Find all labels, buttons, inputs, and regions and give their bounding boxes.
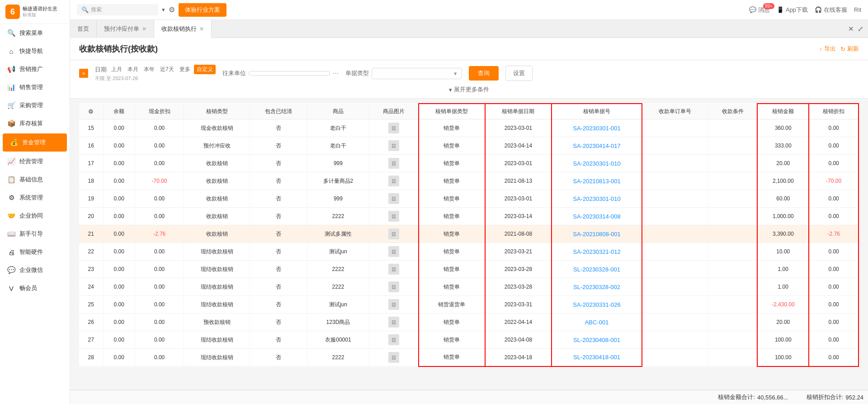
message-btn[interactable]: 💬 消息 99+ [749,6,770,14]
cell-r7-c9[interactable]: SA-20230321-012 [552,243,642,261]
cell-r11-c9[interactable]: ABC-001 [552,314,642,331]
table-area: ⚙余额现金折扣核销类型包含已结清商品商品图片核销单据类型核销单据日期核销单据号收… [70,99,868,390]
date-opt-this-year[interactable]: 本年 [142,65,156,74]
sidebar-item-operation[interactable]: 📈 经营管理 [0,152,70,171]
cell-r9-c9[interactable]: SL-20230328-002 [552,278,642,296]
topbar-dropdown[interactable]: ▾ [162,6,165,13]
expand-conditions-btn[interactable]: ▾ 展开更多条件 [449,86,489,94]
date-opt-7days[interactable]: 近7天 [158,65,176,74]
table-row: 260.000.00预收款核销否123D商品🖼销货单2022-04-14ABC-… [79,314,859,331]
industry-btn[interactable]: 体验行业方案 [179,3,226,17]
cell-r8-c6: 🖼 [369,261,419,278]
cell-r5-c9[interactable]: SA-20230314-008 [552,208,642,225]
sidebar-item-quick-nav[interactable]: ⌂ 快捷导航 [0,42,70,60]
doc-no-link[interactable]: SA-20230301-010 [573,160,621,167]
cell-r12-c9[interactable]: SL-20230408-001 [552,331,642,349]
cell-r8-c13: 0.00 [809,261,859,278]
doc-no-link[interactable]: ABC-001 [585,319,609,326]
cell-r4-c9[interactable]: SA-20230301-010 [552,190,642,208]
doc-no-link[interactable]: SL-20230418-001 [573,354,620,361]
doc-no-link[interactable]: SA-20230331-026 [573,301,621,308]
doc-no-link[interactable]: SA-20230301-010 [573,195,621,202]
doc-no-link[interactable]: SL-20230328-001 [573,266,620,273]
footer-discount: 核销折扣合计: 952.24 [807,393,863,401]
sidebar-item-capital[interactable]: 💰 资金管理 [3,133,67,152]
sidebar-item-basic-info[interactable]: 📋 基础信息 [0,171,70,189]
date-opt-last-month[interactable]: 上月 [109,65,124,74]
close-tab-icon[interactable]: ✕ [848,25,854,33]
doc-no-link[interactable]: SL-20230328-002 [573,284,620,290]
cell-r3-c9[interactable]: SA-20210813-001 [552,172,642,190]
col-header-2: 现金折扣 [135,104,184,119]
doc-no-link[interactable]: SL-20230408-001 [573,337,620,343]
user-label[interactable]: Rit [854,6,861,13]
app-download-btn[interactable]: 📱 App下载 [777,6,808,14]
doc-no-link[interactable]: SA-20230414-017 [573,143,621,149]
main-table: ⚙余额现金折扣核销类型包含已结清商品商品图片核销单据类型核销单据日期核销单据号收… [79,103,859,367]
tab-close-collection[interactable]: ✕ [199,26,204,32]
sidebar-item-smart-hw[interactable]: 🖨 智能硬件 [0,243,70,261]
setting-btn[interactable]: 设置 [505,66,533,81]
cell-r10-c2: 0.00 [135,296,184,314]
cell-r2-c4: 否 [250,155,307,172]
sidebar-icon-wechat: 💬 [7,266,16,275]
cell-r2-c6: 🖼 [369,155,419,172]
doc-type-select[interactable]: ▾ [372,68,462,79]
sidebar-item-purchase[interactable]: 🛒 采购管理 [0,96,70,114]
date-opt-custom[interactable]: 自定义 [194,65,216,74]
cell-r6-c2: -2.76 [135,225,184,243]
cell-r12-c1: 0.00 [103,331,135,349]
col-header-11: 收款条件 [708,104,757,119]
tab-collection[interactable]: 收款核销执行✕ [154,20,212,38]
doc-no-link[interactable]: SA-20210813-001 [573,178,621,185]
col-header-4: 包含已结清 [250,104,307,119]
cell-r6-c9[interactable]: SA-20210808-001 [552,225,642,243]
sidebar-item-member[interactable]: V 畅会员 [0,279,70,297]
date-opt-more[interactable]: 更多 [178,65,192,74]
cell-r13-c4: 否 [250,349,307,366]
cell-r3-c11 [708,172,757,190]
cell-r4-c8: 2023-03-01 [485,190,552,208]
tab-label-collection: 收款核销执行 [161,25,197,33]
cell-r8-c11 [708,261,757,278]
expand-tab-icon[interactable]: ⤢ [858,25,863,33]
cell-r10-c9[interactable]: SA-20230331-026 [552,296,642,314]
sidebar-item-system[interactable]: ⚙ 系统管理 [0,189,70,207]
sidebar-item-wechat[interactable]: 💬 企业微信 [0,261,70,279]
cell-r0-c9[interactable]: SA-20230301-001 [552,119,642,137]
tab-prepay[interactable]: 预付冲应付单✕ [97,20,154,38]
sidebar-item-search[interactable]: 🔍 搜索菜单 [0,24,70,42]
tab-close-prepay[interactable]: ✕ [142,26,146,32]
filter-expand-arrow[interactable]: » [79,69,88,78]
cell-r7-c3: 现结收款核销 [184,243,250,261]
table-row: 230.000.00现结收款核销否2222🖼销货单2023-03-28SL-20… [79,261,859,278]
cell-r9-c7: 销货单 [419,278,485,296]
cell-r13-c9[interactable]: SL-20230418-001 [552,349,642,366]
gear-icon[interactable]: ⚙ [169,5,175,14]
settings-icon[interactable]: ⚙ [88,108,94,115]
partner-more-icon[interactable]: ··· [333,69,339,77]
date-opt-this-month[interactable]: 本月 [126,65,140,74]
doc-no-link[interactable]: SA-20230321-012 [573,248,621,255]
service-btn[interactable]: 🎧 在线客服 [815,6,847,14]
col-header-10: 收款单订单号 [642,104,708,119]
doc-no-link[interactable]: SA-20230314-008 [573,213,621,220]
cell-r1-c9[interactable]: SA-20230414-017 [552,137,642,155]
doc-no-link[interactable]: SA-20210808-001 [573,231,621,238]
sidebar-item-inventory[interactable]: 📦 库存核算 [0,114,70,133]
export-btn[interactable]: ↑ 导出 [820,45,836,53]
sidebar-item-guide[interactable]: 📖 新手引导 [0,225,70,243]
tab-home[interactable]: 首页 [70,20,97,38]
sidebar-item-sales[interactable]: 📊 销售管理 [0,78,70,96]
partner-input[interactable] [249,71,330,76]
query-btn[interactable]: 查询 [469,66,499,81]
sidebar-item-marketing[interactable]: 📢 营销推广 [0,60,70,78]
cell-r1-c1: 0.00 [103,137,135,155]
topbar-search-area[interactable]: 🔍 搜索 [77,4,158,15]
doc-no-link[interactable]: SA-20230301-001 [573,125,621,132]
cell-r13-c11 [708,349,757,366]
cell-r2-c9[interactable]: SA-20230301-010 [552,155,642,172]
refresh-btn[interactable]: ↻ 刷新 [840,45,859,53]
sidebar-item-enterprise[interactable]: 🤝 企业协同 [0,207,70,225]
cell-r8-c9[interactable]: SL-20230328-001 [552,261,642,278]
